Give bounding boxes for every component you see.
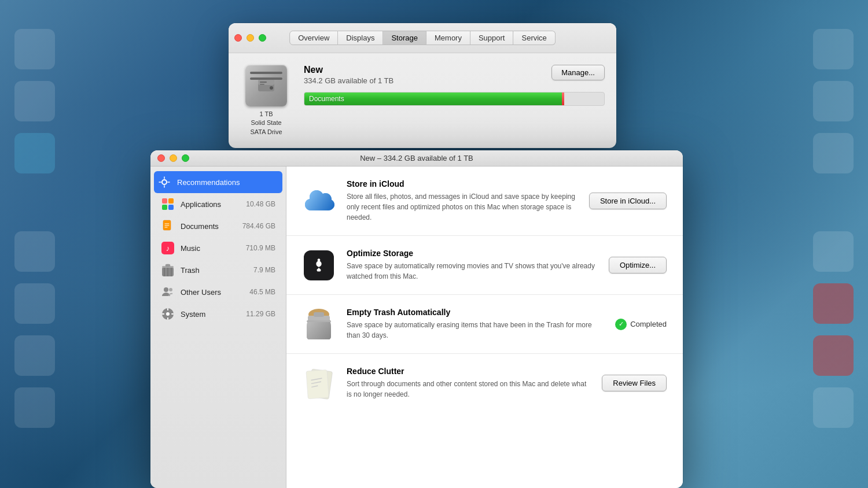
applications-icon — [161, 197, 175, 211]
storage-body: Recommendations Applications 10.48 GB — [150, 167, 683, 488]
svg-rect-37 — [307, 320, 331, 322]
sidebar-music-size: 710.9 MB — [246, 244, 275, 252]
storage-window-controls[interactable] — [157, 154, 189, 162]
drive-icon — [245, 65, 287, 106]
clutter-desc: Sort through documents and other content… — [347, 379, 590, 400]
desktop-icon — [813, 231, 854, 272]
minimize-button[interactable] — [247, 34, 254, 42]
sidebar-documents-label: Documents — [181, 222, 237, 231]
desktop-icon — [14, 81, 55, 121]
sidebar-item-documents[interactable]: Documents 784.46 GB — [154, 215, 282, 237]
icloud-icon — [303, 185, 335, 217]
window-controls[interactable] — [234, 34, 266, 42]
svg-rect-41 — [306, 369, 329, 398]
storage-bar: Documents — [304, 92, 605, 106]
optimize-content: Optimize Storage Save space by automatic… — [347, 249, 597, 282]
svg-rect-33 — [167, 317, 168, 320]
svg-rect-32 — [167, 308, 168, 310]
drive-type-label: 1 TB Solid State SATA Drive — [250, 110, 282, 136]
sidebar-applications-size: 10.48 GB — [246, 200, 275, 208]
sidebar-documents-size: 784.46 GB — [242, 222, 275, 230]
sidebar-system-label: System — [181, 310, 240, 319]
svg-point-31 — [166, 312, 170, 316]
icloud-desc: Store all files, photos, and messages in… — [347, 191, 578, 223]
maximize-button[interactable] — [259, 34, 266, 42]
trash-sidebar-icon — [161, 263, 175, 277]
storage-maximize-button[interactable] — [182, 154, 189, 162]
trash-title: Empty Trash Automatically — [347, 308, 604, 317]
storage-titlebar: New – 334.2 GB available of 1 TB — [150, 150, 683, 167]
svg-point-2 — [270, 86, 273, 90]
sidebar-item-music[interactable]: ♪ Music 710.9 MB — [154, 237, 282, 259]
trash-rec-icon — [303, 308, 335, 341]
svg-rect-39 — [314, 312, 324, 317]
tab-overview[interactable]: Overview — [289, 31, 338, 45]
recommendation-trash: Empty Trash Automatically Save space by … — [286, 295, 683, 354]
about-content: 1 TB Solid State SATA Drive New 334.2 GB… — [229, 53, 616, 148]
sidebar-other-users-size: 46.5 MB — [249, 288, 275, 296]
optimize-desc: Save space by automatically removing mov… — [347, 261, 597, 282]
sidebar-item-recommendations[interactable]: Recommendations — [154, 171, 282, 193]
storage-minimize-button[interactable] — [170, 154, 177, 162]
sidebar-recommendations-label: Recommendations — [177, 178, 279, 187]
sidebar-trash-size: 7.9 MB — [253, 266, 275, 274]
sidebar-item-other-users[interactable]: Other Users 46.5 MB — [154, 281, 282, 303]
other-users-icon — [161, 285, 175, 299]
clutter-icon — [303, 367, 335, 400]
desktop-icon — [14, 29, 55, 69]
storage-window-title: New – 334.2 GB available of 1 TB — [360, 154, 473, 162]
clutter-content: Reduce Clutter Sort through documents an… — [347, 367, 590, 400]
storage-bar-documents: Documents — [304, 93, 562, 105]
clutter-action: Review Files — [602, 375, 667, 391]
desktop-icon — [14, 335, 55, 376]
clutter-title: Reduce Clutter — [347, 367, 590, 376]
review-files-button[interactable]: Review Files — [602, 375, 667, 391]
desktop-icon — [14, 283, 55, 324]
desktop-icon — [813, 387, 854, 428]
optimize-action: Optimize... — [609, 257, 667, 273]
recommendation-clutter: Reduce Clutter Sort through documents an… — [286, 354, 683, 412]
storage-close-button[interactable] — [157, 154, 165, 162]
sidebar-applications-label: Applications — [181, 200, 240, 209]
tab-displays[interactable]: Displays — [338, 31, 383, 45]
desktop-icon — [813, 133, 854, 173]
icloud-content: Store in iCloud Store all files, photos,… — [347, 179, 578, 223]
desktop-icon — [813, 335, 854, 376]
store-in-icloud-button[interactable]: Store in iCloud... — [589, 193, 667, 209]
about-this-mac-window: Overview Displays Storage Memory Support… — [229, 23, 616, 148]
sidebar-other-users-label: Other Users — [181, 288, 244, 297]
tab-service[interactable]: Service — [514, 31, 556, 45]
storage-main-content: Store in iCloud Store all files, photos,… — [286, 167, 683, 488]
recommendation-optimize: Optimize Storage Save space by automatic… — [286, 236, 683, 295]
drive-icon-area: 1 TB Solid State SATA Drive — [240, 65, 292, 136]
icloud-action: Store in iCloud... — [589, 193, 667, 209]
sidebar-trash-label: Trash — [181, 266, 248, 275]
svg-point-29 — [169, 288, 172, 291]
tab-storage[interactable]: Storage — [383, 31, 426, 45]
documents-icon — [161, 219, 175, 233]
close-button[interactable] — [234, 34, 242, 42]
sidebar-item-trash[interactable]: Trash 7.9 MB — [154, 259, 282, 281]
completed-checkmark-icon: ✓ — [615, 319, 627, 330]
completed-label: Completed — [630, 320, 667, 328]
desktop-icon — [14, 133, 55, 173]
desktop-icon — [14, 387, 55, 428]
storage-bar-system — [562, 93, 564, 105]
desktop-icon — [813, 81, 854, 121]
manage-button[interactable]: Manage... — [551, 65, 605, 80]
svg-rect-14 — [168, 205, 174, 210]
about-titlebar: Overview Displays Storage Memory Support… — [229, 23, 616, 53]
appletv-icon — [303, 249, 335, 282]
trash-content: Empty Trash Automatically Save space by … — [347, 308, 604, 341]
sidebar-item-system[interactable]: System 11.29 GB — [154, 303, 282, 325]
trash-desc: Save space by automatically erasing item… — [347, 320, 604, 341]
desktop-icon — [813, 283, 854, 324]
storage-management-window: New – 334.2 GB available of 1 TB Recomme… — [150, 150, 683, 488]
optimize-button[interactable]: Optimize... — [609, 257, 667, 273]
trash-action: ✓ Completed — [615, 319, 667, 330]
tab-memory[interactable]: Memory — [426, 31, 470, 45]
desktop-icon — [813, 29, 854, 69]
svg-rect-13 — [162, 205, 167, 210]
sidebar-item-applications[interactable]: Applications 10.48 GB — [154, 193, 282, 215]
tab-support[interactable]: Support — [470, 31, 514, 45]
